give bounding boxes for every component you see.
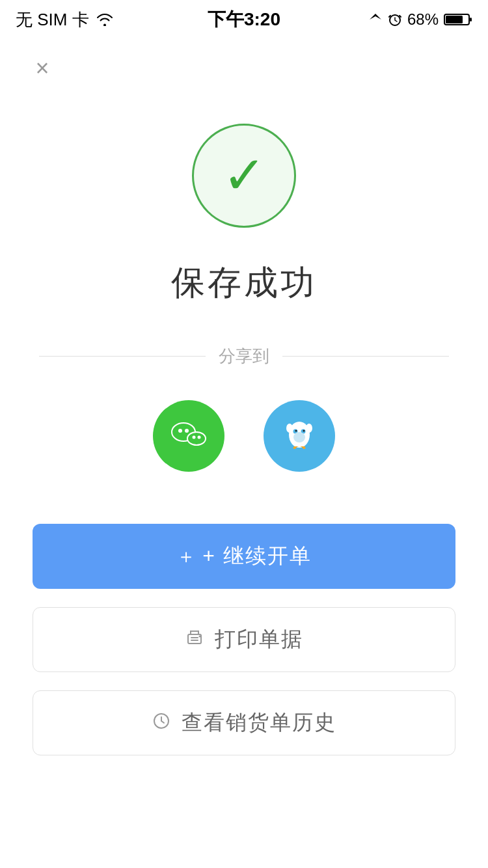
- svg-point-13: [295, 430, 297, 432]
- wechat-icon: [168, 415, 210, 457]
- success-circle: ✓: [192, 124, 296, 228]
- battery-icon: [444, 12, 472, 27]
- status-bar: 无 SIM 卡 下午3:20 68%: [0, 0, 488, 39]
- svg-rect-19: [191, 637, 198, 638]
- check-icon: ✓: [223, 150, 266, 202]
- no-sim-text: 无 SIM 卡: [16, 8, 89, 31]
- print-label: 打印单据: [215, 625, 303, 654]
- svg-rect-3: [470, 18, 472, 21]
- close-area: ×: [0, 39, 488, 98]
- svg-point-16: [306, 424, 312, 433]
- alarm-icon: [388, 12, 402, 27]
- history-icon: [152, 711, 171, 735]
- battery-text: 68%: [407, 10, 439, 29]
- continue-order-button[interactable]: ＋ + 继续开单: [33, 524, 455, 589]
- share-area: 分享到: [0, 345, 488, 472]
- location-icon: [368, 12, 383, 27]
- success-title: 保存成功: [171, 260, 317, 306]
- plus-icon: ＋: [176, 543, 197, 570]
- history-label: 查看销货单历史: [182, 709, 336, 737]
- close-icon: ×: [35, 57, 49, 80]
- qq-icon: [278, 415, 320, 457]
- svg-point-6: [178, 429, 182, 433]
- svg-rect-20: [191, 640, 198, 641]
- wifi-icon: [96, 13, 114, 26]
- share-divider-row: 分享到: [0, 345, 488, 368]
- wechat-share-button[interactable]: [153, 400, 224, 472]
- svg-point-8: [193, 436, 196, 439]
- share-icons-row: [153, 400, 335, 472]
- share-line-right: [282, 356, 449, 357]
- print-button[interactable]: 打印单据: [33, 607, 455, 672]
- svg-point-7: [185, 429, 189, 433]
- svg-point-14: [303, 430, 305, 432]
- svg-point-9: [198, 436, 201, 439]
- close-button[interactable]: ×: [26, 52, 59, 85]
- svg-point-21: [199, 635, 201, 637]
- svg-point-15: [286, 424, 293, 433]
- continue-order-label: + 继续开单: [202, 542, 312, 571]
- svg-rect-2: [446, 16, 463, 23]
- print-icon: [185, 628, 204, 652]
- history-button[interactable]: 查看销货单历史: [33, 690, 455, 755]
- svg-point-5: [187, 432, 206, 445]
- status-left: 无 SIM 卡: [16, 8, 114, 31]
- qq-share-button[interactable]: [264, 400, 335, 472]
- share-label: 分享到: [219, 345, 269, 368]
- svg-point-17: [293, 432, 305, 442]
- actions-area: ＋ + 继续开单 打印单据 查看销货单历史: [0, 524, 488, 755]
- success-area: ✓ 保存成功: [0, 98, 488, 306]
- status-right: 68%: [368, 10, 472, 29]
- status-time: 下午3:20: [208, 7, 280, 32]
- share-line-left: [39, 356, 206, 357]
